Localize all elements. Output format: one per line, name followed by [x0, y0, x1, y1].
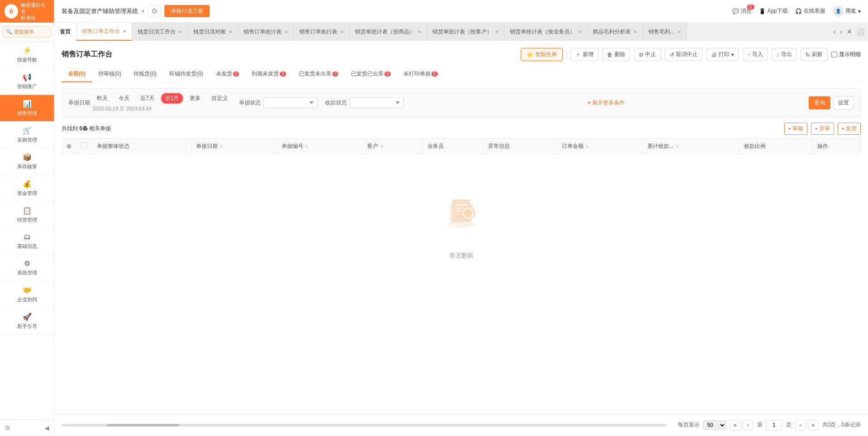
last-page-btn[interactable]: » — [808, 420, 819, 431]
filter-settings-btn[interactable]: 设置 — [833, 96, 854, 109]
system-dropdown-btn[interactable]: ▾ — [142, 8, 144, 14]
query-btn[interactable]: 查询 — [809, 96, 830, 109]
sort-collected-icon[interactable]: ⇅ — [675, 144, 679, 149]
message-btn[interactable]: 💬 消息 6 — [732, 7, 752, 15]
sidebar-item-sales[interactable]: 📊 销售管理 — [0, 95, 54, 122]
work-actions: ⭐ 智能生单 ＋ 新增 🗑 删除 ⊘ — [521, 48, 861, 61]
user-info[interactable]: 👤 用友 ▾ — [833, 6, 861, 17]
page-number-input[interactable] — [766, 420, 782, 431]
next-page-btn[interactable]: › — [795, 420, 806, 431]
col-staff: 业务员 — [422, 139, 483, 154]
sidebar-item-purchase[interactable]: 🛒 采购管理 — [0, 122, 54, 148]
sub-tab-not-shipped[interactable]: 未发货0 — [210, 66, 246, 82]
tab-sales-workbench[interactable]: 销售订单工作台 ✕ — [77, 23, 132, 41]
date-btn-custom[interactable]: 自定义 — [207, 93, 232, 104]
ship-btn[interactable]: ● 发货 — [838, 123, 861, 135]
status-select[interactable] — [264, 97, 318, 108]
sort-number-icon[interactable]: ⇅ — [305, 144, 308, 149]
add-btn[interactable]: ＋ 新增 — [571, 48, 599, 61]
search-menu-button[interactable]: 🔍 搜索菜单 — [3, 26, 51, 38]
sub-tab-shipped-not-out[interactable]: 已发货未出库0 — [293, 66, 345, 82]
tab-product-margin[interactable]: 商品毛利分析表 ✕ — [587, 23, 643, 41]
tabs-maximize[interactable]: ⬜ — [855, 28, 866, 35]
tab-cash-reconcile[interactable]: 钱货日清对账 ✕ — [188, 23, 238, 41]
badge-not-printed: 0 — [432, 71, 438, 76]
tab-sales-product[interactable]: 销货单统计表（按商品） ✕ — [350, 23, 427, 41]
horizontal-scrollbar[interactable] — [62, 424, 667, 427]
tab-close-sales-product[interactable]: ✕ — [417, 29, 421, 34]
sidebar-item-system[interactable]: ⚙ 系统管理 — [0, 255, 54, 281]
sort-amount-icon[interactable]: ⇅ — [585, 144, 589, 149]
tab-sales-exec[interactable]: 销售订单执行表 ✕ — [294, 23, 350, 41]
first-page-btn[interactable]: « — [730, 420, 741, 431]
tabs-nav-right[interactable]: › — [838, 28, 844, 35]
select-all-checkbox[interactable] — [81, 142, 87, 149]
sidebar-item-inventory[interactable]: 📦 库存核算 — [0, 148, 54, 175]
date-btn-today[interactable]: 今天 — [115, 93, 134, 104]
tab-close-sales-workbench[interactable]: ✕ — [123, 29, 126, 34]
payment-select[interactable] — [350, 97, 404, 108]
tab-close-product-margin[interactable]: ✕ — [633, 29, 637, 34]
app-download-btn[interactable]: 📱 App下载 — [759, 7, 788, 15]
show-detail-checkbox[interactable] — [831, 52, 837, 57]
sidebar-settings-btn[interactable]: ⚙ — [5, 424, 10, 431]
date-btn-7days[interactable]: 近7天 — [136, 93, 158, 104]
sidebar-item-marketing[interactable]: 📢 营销推广 — [0, 68, 54, 95]
smart-create-btn[interactable]: ⭐ 智能生单 — [521, 48, 563, 61]
sidebar-item-cooperation[interactable]: 🤝 企业协同 — [0, 281, 54, 308]
show-detail-label[interactable]: 显示明细 — [831, 51, 861, 58]
export-btn[interactable]: ↓ 导出 — [772, 48, 797, 61]
expand-filter-btn[interactable]: ▾ 展开更多条件 — [588, 99, 625, 107]
cancel-review-btn[interactable]: ● 弃审 — [811, 123, 834, 135]
print-btn[interactable]: 🖨 打印 ▾ — [706, 48, 739, 61]
sub-tab-shipped-out[interactable]: 已发货已出库0 — [345, 66, 397, 82]
sub-tab-overdue[interactable]: 到期未发货0 — [245, 66, 293, 82]
stop-btn[interactable]: ⊘ 中止 — [634, 48, 661, 61]
refresh-btn[interactable]: ↻ 刷新 — [801, 48, 828, 61]
online-service-btn[interactable]: 🎧 在线客服 — [795, 7, 825, 15]
sidebar-item-finance[interactable]: 💰 资金管理 — [0, 175, 54, 202]
tab-close-sales-stat[interactable]: ✕ — [284, 29, 288, 34]
page-size-select[interactable]: 50 10 20 100 — [703, 420, 726, 430]
sort-date-icon[interactable]: ⇅ — [219, 144, 223, 149]
tab-sales-more[interactable]: 销售毛利... ✕ — [643, 23, 687, 41]
sidebar-item-guide[interactable]: 🚀 新手引导 — [0, 308, 54, 335]
review-btn[interactable]: ● 审核 — [784, 123, 807, 135]
tab-close-sales-exec[interactable]: ✕ — [340, 29, 344, 34]
sub-tab-not-printed[interactable]: 未打印单据0 — [397, 66, 444, 82]
tab-close-sales-customer[interactable]: ✕ — [495, 29, 499, 34]
experience-btn[interactable]: 体验行业方案 — [164, 5, 210, 17]
date-btn-more[interactable]: 更多 — [186, 93, 205, 104]
tab-home[interactable]: 首页 — [54, 23, 77, 41]
sub-tab-pending-review[interactable]: 待审核(0) — [92, 66, 128, 82]
sort-customer-icon[interactable]: ⇅ — [380, 144, 384, 149]
tab-cash-daily[interactable]: 钱货日清工作台 ✕ — [132, 23, 188, 41]
settings-btn[interactable]: ⚙ — [148, 5, 161, 18]
tabs-close-all[interactable]: ✕ — [845, 28, 854, 35]
tab-sales-customer[interactable]: 销货单统计表（按客户） ✕ — [427, 23, 504, 41]
sub-tab-wangpu[interactable]: 旺铺待发货(0) — [163, 66, 210, 82]
tab-close-sales-more[interactable]: ✕ — [677, 29, 681, 34]
review-dot: ● — [788, 127, 791, 131]
tab-close-sales-staff[interactable]: ✕ — [578, 29, 581, 34]
tab-close-cash-daily[interactable]: ✕ — [178, 29, 182, 34]
cancel-stop-btn[interactable]: ↺ 取消中止 — [665, 48, 703, 61]
tab-sales-staff[interactable]: 销货单统计表（按业务员） ✕ — [504, 23, 587, 41]
sidebar-item-operations[interactable]: 📋 经营管理 — [0, 202, 54, 228]
print-icon: 🖨 — [711, 52, 717, 58]
prev-page-btn[interactable]: ‹ — [743, 420, 753, 431]
sidebar-nav: ⚡ 快捷导航 📢 营销推广 📊 销售管理 🛒 采购管理 📦 库存核算 💰 — [0, 42, 54, 419]
import-btn[interactable]: ↑ 导入 — [743, 48, 768, 61]
sidebar-collapse-btn[interactable]: ◀ — [44, 424, 49, 431]
sub-tab-pending-check[interactable]: 待拣货(0) — [127, 66, 163, 82]
sidebar-item-basic-info[interactable]: 🗂 基础信息 — [0, 228, 54, 255]
date-btn-1month[interactable]: 近1月 — [161, 93, 183, 104]
tabs-nav-left[interactable]: ‹ — [832, 28, 838, 35]
sidebar-item-quick-nav[interactable]: ⚡ 快捷导航 — [0, 42, 54, 68]
column-settings-icon[interactable]: ⚙ — [67, 143, 72, 150]
tab-sales-stat[interactable]: 销售订单统计表 ✕ — [238, 23, 294, 41]
sub-tab-all[interactable]: 全部(0) — [62, 66, 92, 82]
delete-btn[interactable]: 🗑 删除 — [602, 48, 630, 61]
date-btn-yesterday[interactable]: 昨天 — [93, 93, 112, 104]
tab-close-cash-reconcile[interactable]: ✕ — [229, 29, 232, 34]
